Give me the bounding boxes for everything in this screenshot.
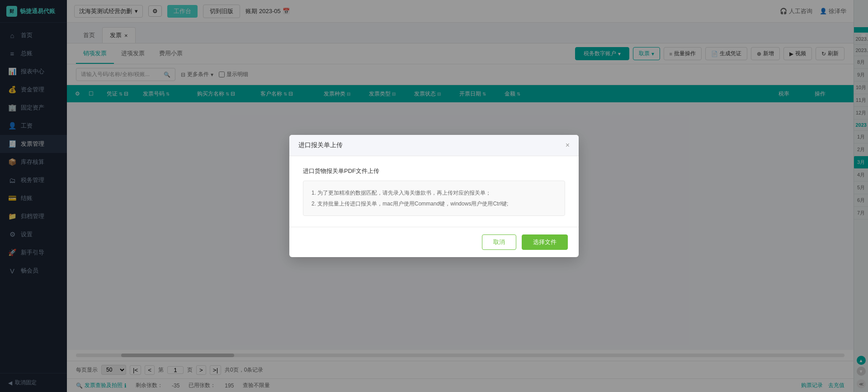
modal-body: 进口货物报关单PDF文件上传 1. 为了更加精准的数据匹配，请先录入海关缴款书，… <box>289 156 579 227</box>
modal-overlay: 进口报关单上传 × 进口货物报关单PDF文件上传 1. 为了更加精准的数据匹配，… <box>0 0 868 392</box>
modal-info-line-1: 1. 为了更加精准的数据匹配，请先录入海关缴款书，再上传对应的报关单； <box>311 187 557 198</box>
modal-close-button[interactable]: × <box>566 141 570 149</box>
modal-header: 进口报关单上传 × <box>289 135 579 156</box>
modal-info-box: 1. 为了更加精准的数据匹配，请先录入海关缴款书，再上传对应的报关单； 2. 支… <box>303 181 565 216</box>
modal-footer: 取消 选择文件 <box>289 227 579 257</box>
modal-select-file-button[interactable]: 选择文件 <box>522 234 568 250</box>
modal-section-title: 进口货物报关单PDF文件上传 <box>303 167 565 175</box>
modal-cancel-button[interactable]: 取消 <box>482 234 516 250</box>
modal-title: 进口报关单上传 <box>298 141 343 149</box>
import-customs-modal: 进口报关单上传 × 进口货物报关单PDF文件上传 1. 为了更加精准的数据匹配，… <box>289 135 579 257</box>
modal-info-line-2: 2. 支持批量上传进口报关单，mac用户使用Command键，windows用户… <box>311 198 557 209</box>
